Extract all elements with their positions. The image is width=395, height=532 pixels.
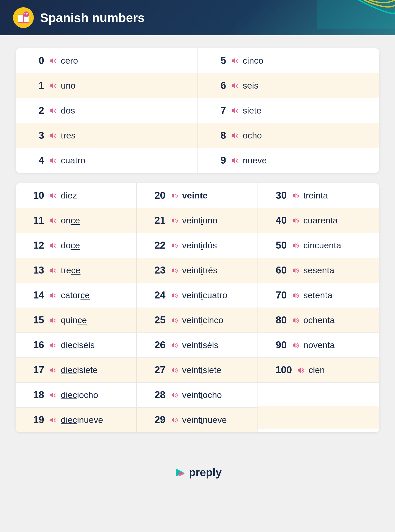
speaker-icon[interactable]	[230, 131, 240, 140]
number-label: 9	[205, 155, 226, 166]
word-label: diez	[61, 190, 77, 201]
table-row: 30 treinta	[258, 183, 379, 208]
speaker-icon[interactable]	[291, 266, 300, 275]
number-label: 18	[23, 389, 44, 401]
table-row: 9 nueve	[198, 148, 379, 173]
word-label: catorce	[61, 290, 90, 300]
number-label: 10	[23, 190, 44, 201]
number-label: 17	[23, 364, 44, 376]
table-row-empty	[258, 406, 379, 429]
speaker-icon[interactable]	[48, 156, 58, 165]
table-row: 14 catorce	[16, 283, 137, 308]
speaker-icon[interactable]	[48, 241, 58, 250]
speaker-icon[interactable]	[170, 341, 179, 350]
speaker-icon[interactable]	[291, 241, 300, 250]
speaker-icon[interactable]	[230, 156, 240, 165]
speaker-icon[interactable]	[48, 390, 58, 400]
number-label: 2	[23, 105, 44, 116]
number-label: 0	[23, 55, 44, 66]
word-label: veintisiete	[182, 365, 221, 375]
speaker-icon[interactable]	[48, 56, 58, 65]
col-tens-3: 30 treinta 40 cuarenta 50 cincuenta 60	[258, 183, 379, 432]
word-label: once	[61, 215, 80, 225]
speaker-icon[interactable]	[296, 365, 305, 375]
number-label: 22	[145, 240, 166, 251]
table-row-empty	[258, 383, 379, 406]
speaker-icon[interactable]	[48, 216, 58, 225]
word-label: sesenta	[303, 265, 334, 275]
table-row: 27 veintisiete	[137, 358, 258, 383]
speaker-icon[interactable]	[170, 415, 179, 425]
table-10-100: 10 diez 11 once 12 doce 13	[16, 183, 379, 432]
speaker-icon[interactable]	[48, 131, 58, 140]
number-label: 1	[23, 80, 44, 91]
speaker-icon[interactable]	[48, 415, 58, 425]
speaker-icon[interactable]	[170, 390, 179, 400]
table-row: 28 veintiocho	[137, 383, 258, 408]
speaker-icon[interactable]	[230, 106, 240, 115]
svg-rect-1	[18, 15, 23, 23]
logo-icon: 123	[16, 11, 30, 25]
speaker-icon[interactable]	[48, 191, 58, 200]
col-tens-1: 10 diez 11 once 12 doce 13	[16, 183, 137, 432]
speaker-icon[interactable]	[230, 81, 240, 90]
speaker-icon[interactable]	[170, 216, 179, 225]
table-row: 20 veinte	[137, 183, 258, 208]
word-label: diecisiete	[61, 365, 98, 375]
number-label: 29	[145, 414, 166, 425]
number-label: 27	[145, 364, 166, 376]
table-row: 19 diecinueve	[16, 408, 137, 432]
table-row: 24 veinticuatro	[137, 283, 258, 308]
word-label: diecinueve	[61, 415, 103, 425]
speaker-icon[interactable]	[291, 291, 300, 300]
speaker-icon[interactable]	[170, 241, 179, 250]
speaker-icon[interactable]	[48, 266, 58, 275]
table-row: 60 sesenta	[258, 258, 379, 283]
speaker-icon[interactable]	[291, 216, 300, 225]
number-label: 7	[205, 105, 226, 116]
table-row: 1 uno	[16, 73, 198, 98]
speaker-icon[interactable]	[170, 291, 179, 300]
number-label: 8	[205, 130, 226, 141]
word-label: nueve	[243, 155, 267, 165]
table-row: 7 siete	[198, 98, 379, 123]
brand-name: preply	[189, 466, 222, 479]
number-label: 28	[145, 389, 166, 401]
word-label: cuarenta	[303, 215, 338, 225]
number-label: 23	[145, 265, 166, 276]
speaker-icon[interactable]	[48, 106, 58, 115]
table-row: 6 seis	[198, 73, 379, 98]
page-title: Spanish numbers	[40, 11, 145, 25]
word-label: siete	[243, 105, 261, 116]
speaker-icon[interactable]	[291, 316, 300, 325]
speaker-icon[interactable]	[170, 316, 179, 325]
number-label: 25	[145, 315, 166, 326]
speaker-icon[interactable]	[170, 365, 179, 375]
speaker-icon[interactable]	[48, 291, 58, 300]
table-row: 70 setenta	[258, 283, 379, 308]
speaker-icon[interactable]	[48, 365, 58, 375]
speaker-icon[interactable]	[170, 266, 179, 275]
word-label: veintinueve	[182, 415, 227, 425]
speaker-icon[interactable]	[48, 341, 58, 350]
number-label: 15	[23, 315, 44, 326]
number-label: 16	[23, 340, 44, 351]
speaker-icon[interactable]	[230, 56, 240, 65]
word-label: treinta	[303, 190, 328, 201]
svg-rect-6	[317, 0, 395, 29]
main-content: 0 cero 1 uno	[0, 35, 395, 456]
word-label: dieciocho	[61, 390, 98, 400]
table-row: 15 quince	[16, 308, 137, 333]
number-label: 3	[23, 130, 44, 141]
word-label: quince	[61, 315, 87, 325]
number-label: 4	[23, 155, 44, 166]
word-label: veintidós	[182, 240, 217, 250]
number-label: 70	[266, 290, 287, 301]
table-0-9: 0 cero 1 uno	[16, 48, 379, 173]
table-row: 10 diez	[16, 183, 137, 208]
speaker-icon[interactable]	[291, 341, 300, 350]
speaker-icon[interactable]	[170, 191, 179, 200]
speaker-icon[interactable]	[291, 191, 300, 200]
speaker-icon[interactable]	[48, 316, 58, 325]
speaker-icon[interactable]	[48, 81, 58, 90]
